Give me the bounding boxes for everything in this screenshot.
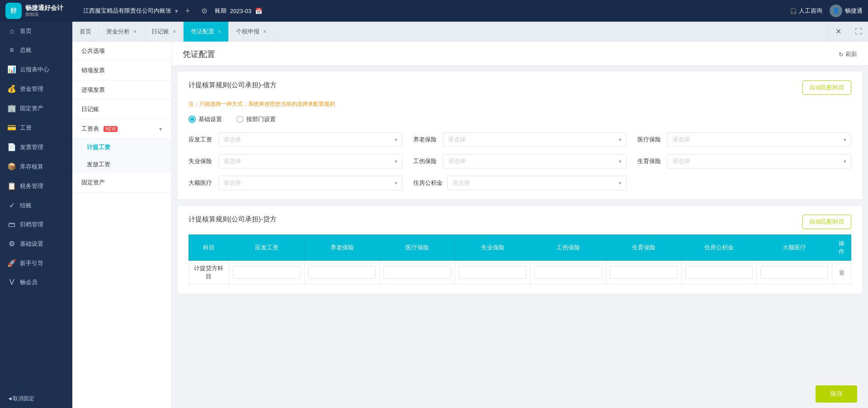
medical-select[interactable]: 请选择 ▾ — [667, 132, 851, 147]
sidebar-item-ledger[interactable]: ≡ 总账 — [0, 41, 72, 60]
logo-area: 好 畅捷通好会计 旗舰版 — [5, 3, 78, 19]
auto-match-debit-button[interactable]: 自动匹配科目 — [802, 80, 851, 95]
calendar-icon[interactable]: 📅 — [255, 8, 262, 14]
archive-icon: 🗃 — [7, 220, 16, 229]
row-injury-input[interactable] — [534, 266, 602, 279]
injury-select[interactable]: 请选择 ▾ — [443, 154, 627, 169]
credit-section-title: 计提核算规则(公司承担)-贷方 — [189, 215, 277, 224]
expand-tab-button[interactable]: ⛶ — [848, 22, 868, 42]
sidebar-label-ledger: 总账 — [20, 46, 32, 54]
asset-icon: 🏢 — [7, 104, 16, 113]
sidebar-item-settings[interactable]: ⚙ 基础设置 — [0, 234, 72, 253]
row-salary-input[interactable] — [233, 266, 301, 279]
refresh-button[interactable]: ↻ 刷新 — [839, 50, 857, 58]
left-nav-sales-invoice[interactable]: 销项发票 — [72, 61, 171, 80]
sidebar-item-tax[interactable]: 📋 税务管理 — [0, 176, 72, 196]
sidebar-item-checkout[interactable]: ✓ 结账 — [0, 196, 72, 215]
left-nav-public[interactable]: 公共选项 — [72, 42, 171, 61]
left-nav: 公共选项 销项发票 进项发票 日记账 工资表 NEW ▾ 计提工资 — [72, 42, 172, 408]
tab-fund-label: 资金分析 — [106, 28, 130, 36]
service-button[interactable]: 🎧 人工咨询 — [790, 7, 822, 15]
sidebar-label-vip: 畅会员 — [20, 278, 38, 286]
sidebar-item-guide[interactable]: 🚀 新手引导 — [0, 253, 72, 273]
left-nav-accrue-salary[interactable]: 计提工资 — [72, 139, 171, 156]
sidebar-item-home[interactable]: ⌂ 首页 — [0, 22, 72, 41]
tab-voucher-close[interactable]: × — [218, 28, 221, 35]
company-selector[interactable]: 江西服宝精品有限责任公司内账张 ▾ + ⚙ 账期 2023-03 📅 — [78, 6, 790, 16]
col-pension: 养老保险 — [304, 235, 380, 261]
tab-journal[interactable]: 日记账 × — [144, 22, 184, 42]
tab-fund[interactable]: 资金分析 × — [99, 22, 144, 42]
left-nav-journal[interactable]: 日记账 — [72, 100, 171, 119]
salary-select-placeholder: 请选择 — [223, 136, 241, 144]
left-nav-purchase-invoice-label: 进项发票 — [81, 86, 105, 94]
debit-form-grid: 应发工资 请选择 ▾ 养老保险 请选择 ▾ — [189, 132, 851, 190]
sidebar-item-fund[interactable]: 💰 资金管理 — [0, 79, 72, 98]
row-housing-input[interactable] — [685, 266, 753, 279]
tab-home[interactable]: 首页 — [72, 22, 99, 42]
payroll-expand-icon[interactable]: ▾ — [159, 126, 162, 132]
add-company-button[interactable]: + — [185, 6, 190, 16]
row-unemployment-input[interactable] — [459, 266, 527, 279]
maternity-select-placeholder: 请选择 — [672, 157, 690, 165]
auto-match-credit-button[interactable]: 自动匹配科目 — [802, 215, 851, 229]
radio-dept[interactable]: 按部门设置 — [236, 115, 276, 123]
radio-basic[interactable]: 基础设置 — [189, 115, 222, 123]
sidebar-item-invoice[interactable]: 📄 发票管理 — [0, 137, 72, 157]
left-nav-accrue-label: 计提工资 — [87, 144, 110, 150]
pension-select-arrow: ▾ — [619, 137, 622, 143]
row-large-medical-input[interactable] — [760, 266, 828, 279]
user-name: 畅捷通 — [845, 7, 863, 15]
sidebar-item-report[interactable]: 📊 云报表中心 — [0, 60, 72, 79]
left-nav-distribute-salary[interactable]: 发放工资 — [72, 156, 171, 173]
row-maternity-input[interactable] — [610, 266, 678, 279]
tab-right-buttons: ✕ ⛶ — [828, 22, 868, 42]
settings-nav-icon: ⚙ — [7, 239, 16, 248]
salary-select[interactable]: 请选择 ▾ — [218, 132, 402, 147]
housing-fund-select[interactable]: 请选择 ▾ — [447, 176, 627, 190]
tab-tax[interactable]: 个税申报 × — [229, 22, 274, 42]
company-dropdown-arrow[interactable]: ▾ — [175, 8, 178, 14]
left-nav-fixed-assets[interactable]: 固定资产 — [72, 173, 171, 192]
sidebar-item-asset[interactable]: 🏢 固定资产 — [0, 98, 72, 118]
injury-select-arrow: ▾ — [619, 159, 622, 164]
page-header: 凭证配置 ↻ 刷新 — [172, 42, 868, 66]
sidebar-item-salary[interactable]: 💳 工资 — [0, 118, 72, 137]
period-value[interactable]: 2023-03 — [230, 8, 252, 14]
service-label: 人工咨询 — [799, 7, 822, 15]
close-tab-button[interactable]: ✕ — [828, 22, 848, 42]
delete-row-icon[interactable]: 🗑 — [839, 269, 845, 276]
sidebar-item-vip[interactable]: V 畅会员 — [0, 273, 72, 292]
work-area: 凭证配置 ↻ 刷新 计提核算规则(公司承担)-借方 自动匹配科目 注：只能选择一… — [172, 42, 868, 408]
sidebar-item-stock[interactable]: 📦 库存核算 — [0, 157, 72, 176]
large-medical-select[interactable]: 请选择 ▾ — [218, 176, 402, 190]
company-name: 江西服宝精品有限责任公司内账张 — [83, 7, 171, 15]
page-content: 公共选项 销项发票 进项发票 日记账 工资表 NEW ▾ 计提工资 — [72, 42, 868, 408]
unpin-button[interactable]: ◄取消固定 — [0, 389, 72, 408]
tab-journal-close[interactable]: × — [173, 28, 176, 35]
left-nav-payroll-label: 工资表 — [81, 125, 99, 133]
settings-icon[interactable]: ⚙ — [201, 7, 208, 15]
row-pension-input[interactable] — [308, 266, 376, 279]
save-button[interactable]: 保存 — [816, 385, 857, 403]
sidebar-item-archive[interactable]: 🗃 归档管理 — [0, 215, 72, 234]
user-area[interactable]: 👤 畅捷通 — [830, 5, 863, 17]
home-icon: ⌂ — [7, 27, 16, 35]
row-subject-label: 计提贷方科目 — [189, 261, 229, 285]
tab-fund-close[interactable]: × — [133, 28, 137, 35]
row-medical-input[interactable] — [383, 266, 451, 279]
maternity-select[interactable]: 请选择 ▾ — [667, 154, 851, 169]
pension-select[interactable]: 请选择 ▾ — [443, 132, 627, 147]
page-title: 凭证配置 — [183, 49, 215, 60]
large-medical-label: 大额医疗 — [189, 179, 214, 187]
headset-icon: 🎧 — [790, 8, 797, 14]
form-item-medical: 医疗保险 请选择 ▾ — [637, 132, 851, 147]
sidebar-label-archive: 归档管理 — [20, 220, 43, 229]
left-nav-payroll-table[interactable]: 工资表 NEW ▾ — [72, 119, 171, 139]
tab-tax-close[interactable]: × — [263, 28, 266, 35]
tab-voucher[interactable]: 凭证配置 × — [184, 22, 229, 42]
unemployment-select[interactable]: 请选择 ▾ — [218, 154, 402, 169]
col-maternity: 生育保险 — [606, 235, 681, 261]
form-item-injury: 工伤保险 请选择 ▾ — [413, 154, 627, 169]
left-nav-purchase-invoice[interactable]: 进项发票 — [72, 80, 171, 100]
